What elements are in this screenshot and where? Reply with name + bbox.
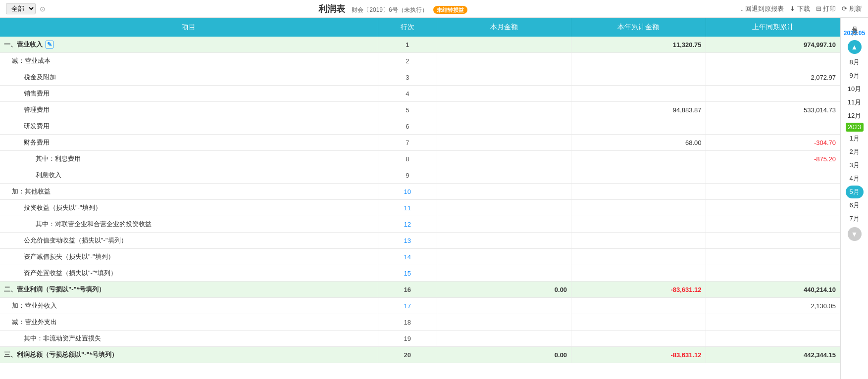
current-month-amount: [437, 184, 571, 200]
top-bar-right: ↓ 回退到原报表 ⬇ 下载 ⊟ 打印 ⟳ 刷新: [740, 4, 862, 13]
year-total-amount: [571, 53, 706, 69]
sidebar-month-item[interactable]: 7月: [846, 212, 864, 225]
row-number: 8: [378, 151, 437, 167]
current-month-amount: [437, 249, 571, 265]
row-number[interactable]: 15: [378, 265, 437, 282]
last-year-total-amount: [706, 249, 840, 265]
refresh-button[interactable]: ⟳ 刷新: [842, 4, 862, 13]
year-total-amount: [571, 314, 706, 331]
year-total-amount: [571, 184, 706, 200]
row-number[interactable]: 11: [378, 200, 437, 216]
sidebar-month-item[interactable]: 9月: [846, 69, 864, 82]
sidebar-month-item[interactable]: 10月: [846, 83, 864, 95]
year-total-amount: [571, 331, 706, 347]
sidebar-month-item[interactable]: 8月: [846, 56, 864, 69]
sidebar-month-item[interactable]: 1月: [846, 132, 864, 145]
sidebar-month-item[interactable]: 2月: [846, 145, 864, 158]
year-total-amount: [571, 298, 706, 314]
current-month-amount: [437, 233, 571, 249]
row-name: 管理费用: [0, 102, 378, 118]
year-total-amount: 11,320.75: [571, 37, 706, 53]
row-number[interactable]: 10: [378, 184, 437, 200]
last-year-total-amount: [706, 118, 840, 135]
last-year-total-amount: -875.20: [706, 151, 840, 167]
year-total-amount: [571, 216, 706, 233]
row-number: 20: [378, 347, 437, 363]
table-row: 销售费用4: [0, 86, 840, 102]
table-row: 资产处置收益（损失以"-"*填列）15: [0, 265, 840, 282]
last-year-total-amount: 533,014.73: [706, 102, 840, 118]
last-year-total-amount: [706, 216, 840, 233]
nav-down-arrow[interactable]: ▼: [848, 227, 862, 241]
row-number: 16: [378, 282, 437, 298]
scope-select[interactable]: 全部: [6, 3, 36, 14]
current-month-amount: [437, 69, 571, 86]
row-name: 三、利润总额（亏损总额以"-"*号填列）: [0, 347, 378, 363]
table-header-row: 项目 行次 本月金额 本年累计金额 上年同期累计: [0, 18, 840, 37]
row-name: 其中：非流动资产处置损失: [0, 331, 378, 347]
sidebar-month-item[interactable]: 11月: [846, 96, 864, 109]
row-name: 二、营业利润（亏损以"-"*号填列）: [0, 282, 378, 298]
edit-icon[interactable]: ✎: [46, 41, 53, 48]
year-total-amount: [571, 118, 706, 135]
sidebar-month-item[interactable]: 2023: [846, 123, 864, 132]
last-year-total-amount: [706, 265, 840, 282]
row-number[interactable]: 17: [378, 298, 437, 314]
year-total-amount: [571, 167, 706, 184]
row-number[interactable]: 12: [378, 216, 437, 233]
row-name: 研发费用: [0, 118, 378, 135]
table-row: 利息收入9: [0, 167, 840, 184]
row-name: 公允价值变动收益（损失以"-"填列）: [0, 233, 378, 249]
current-month-amount: 0.00: [437, 282, 571, 298]
current-month-amount: [437, 314, 571, 331]
unfinished-badge: 未结转损益: [433, 6, 467, 14]
last-year-total-amount: 974,997.10: [706, 37, 840, 53]
table-row: 加：营业外收入172,130.05: [0, 298, 840, 314]
sidebar-month-item[interactable]: 6月: [846, 199, 864, 212]
current-month-amount: [437, 298, 571, 314]
row-number: 18: [378, 314, 437, 331]
row-number[interactable]: 13: [378, 233, 437, 249]
sidebar-month-item[interactable]: 4月: [846, 172, 864, 185]
row-number: 4: [378, 86, 437, 102]
last-year-total-amount: [706, 53, 840, 69]
current-month-amount: [437, 151, 571, 167]
back-button[interactable]: ↓ 回退到原报表: [740, 4, 784, 13]
row-number: 9: [378, 167, 437, 184]
report-title: 利润表: [318, 4, 345, 14]
nav-up-arrow[interactable]: ▲: [848, 40, 862, 54]
sidebar-month-item[interactable]: 3月: [846, 159, 864, 172]
sidebar-title: 月份选择: [850, 22, 859, 26]
col-header-lastyear: 上年同期累计: [706, 18, 840, 37]
download-button[interactable]: ⬇ 下载: [790, 4, 810, 13]
row-number: 1: [378, 37, 437, 53]
sidebar-month-item[interactable]: 12月: [846, 109, 864, 122]
year-total-amount: 68.00: [571, 135, 706, 151]
current-month-amount: [437, 135, 571, 151]
report-meta: 财会〔2019〕6号（未执行）: [352, 6, 427, 13]
year-total-amount: [571, 151, 706, 167]
table-row: 管理费用594,883.87533,014.73: [0, 102, 840, 118]
last-year-total-amount: [706, 233, 840, 249]
last-year-total-amount: -304.70: [706, 135, 840, 151]
year-total-amount: 94,883.87: [571, 102, 706, 118]
table-area: 项目 行次 本月金额 本年累计金额 上年同期累计 一、营业收入✎111,320.…: [0, 18, 840, 379]
last-year-total-amount: [706, 167, 840, 184]
table-row: 一、营业收入✎111,320.75974,997.10: [0, 37, 840, 53]
table-row: 其中：利息费用8-875.20: [0, 151, 840, 167]
row-name: 销售费用: [0, 86, 378, 102]
current-month-amount: [437, 37, 571, 53]
row-number: 19: [378, 331, 437, 347]
col-header-year: 本年累计金额: [571, 18, 706, 37]
last-year-total-amount: 2,130.05: [706, 298, 840, 314]
year-total-amount: [571, 249, 706, 265]
table-row: 二、营业利润（亏损以"-"*号填列）160.00-83,631.12440,21…: [0, 282, 840, 298]
help-icon[interactable]: ⊙: [40, 5, 46, 13]
print-button[interactable]: ⊟ 打印: [816, 4, 836, 13]
top-bar-center: 利润表 财会〔2019〕6号（未执行） 未结转损益: [318, 3, 467, 15]
sidebar-month-item[interactable]: 5月: [846, 186, 864, 198]
table-row: 减：营业外支出18: [0, 314, 840, 331]
col-header-rownum: 行次: [378, 18, 437, 37]
row-name: 投资收益（损失以"-"填列）: [0, 200, 378, 216]
row-number[interactable]: 14: [378, 249, 437, 265]
